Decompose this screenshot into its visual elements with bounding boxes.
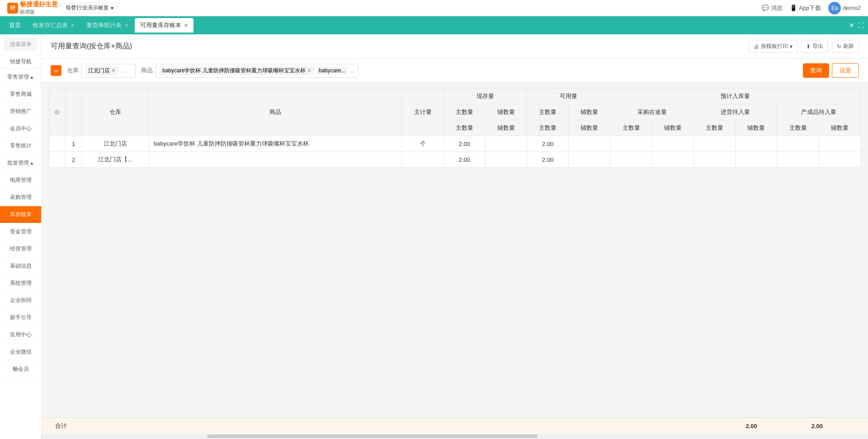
row2-stock-aux [485, 152, 527, 168]
sidebar-item-ecommerce[interactable]: 电商管理 [0, 172, 41, 189]
th-stock-main: 主数量 [443, 104, 485, 120]
logo-icon: 好 [7, 3, 18, 14]
row2-purchase-aux [652, 152, 693, 168]
sidebar-quick-nav[interactable]: 快捷导航 [0, 55, 41, 69]
expand-icon[interactable]: ⛶ [858, 22, 864, 29]
warehouse-tag: 江北门店 ✕ [85, 66, 118, 76]
download-icon: 📱 [790, 5, 797, 11]
summary-stock-main: 2.00 [745, 423, 757, 430]
export-icon: ⬆ [806, 43, 811, 50]
query-button[interactable]: 查询 [803, 63, 829, 78]
scrollbar-thumb[interactable] [207, 434, 538, 438]
th-production-pending: 产成品待入量 [777, 104, 861, 120]
th-incoming-pending: 进货待入量 [694, 104, 777, 120]
search-menu-button[interactable]: 搜索菜单 [4, 38, 38, 51]
row2-settings [49, 152, 66, 168]
row1-available-aux [569, 136, 610, 152]
sidebar-item-member[interactable]: 畅会员 [0, 361, 41, 378]
close-tab-icon[interactable]: ✕ [849, 22, 854, 29]
remove-warehouse-icon[interactable]: ✕ [111, 67, 116, 74]
sidebar-item-wholesale[interactable]: 批发管理 ▲ [0, 155, 41, 172]
sidebar-item-system[interactable]: 系统管理 [0, 275, 41, 292]
row1-stock-main: 2.00 [443, 136, 485, 152]
gear-icon[interactable]: ⚙ [54, 109, 60, 116]
row1-production-main [777, 136, 819, 152]
logo: 好 畅捷通好生意 标准版 [7, 0, 58, 15]
industry-select[interactable]: 母婴行业演示账套 ▾ [61, 3, 118, 13]
remove-product-icon[interactable]: ✕ [307, 67, 311, 74]
main-layout: 搜索菜单 快捷导航 零售管理 ▲ 零售商城 营销推广 会员中心 零售统计 批发管… [0, 34, 868, 439]
chevron-down-icon: ▾ [790, 43, 793, 50]
product-filter: 商品 babycare学饮杯 儿童防摔防撞吸管杯重力球吸嘴杯宝宝水杯 ✕ bab… [141, 64, 359, 78]
th-stock-aux-2: 辅数量 [485, 120, 527, 136]
row1-stock-aux [485, 136, 527, 152]
th-available-aux-2: 辅数量 [569, 120, 610, 136]
sidebar-item-marketing[interactable]: 营销推广 [0, 103, 41, 120]
product-tag: babycare学饮杯 儿童防摔防撞吸管杯重力球吸嘴杯宝宝水杯 ✕ [160, 66, 314, 76]
sidebar-search: 搜索菜单 [0, 34, 41, 55]
top-bar-right: 💬 消息 📱 App下载 Ea demo2 [762, 2, 861, 14]
row2-warehouse: 江北门店【... [82, 152, 149, 168]
messages-button[interactable]: 💬 消息 [762, 4, 783, 12]
sidebar-item-operations[interactable]: 经营管理 [0, 241, 41, 258]
product-input[interactable]: babycare学饮杯 儿童防摔防撞吸管杯重力球吸嘴杯宝宝水杯 ✕ babyca… [156, 64, 359, 78]
tab-available-stock[interactable]: 可用量库存账本 ✕ [135, 18, 193, 33]
print-button[interactable]: 🖨 按模板打印 ▾ [749, 40, 797, 53]
th-forecast-group: 预计入库量 [610, 89, 860, 104]
warehouse-filter: 仓库 江北门店 ✕ ... [67, 64, 136, 78]
expand-button[interactable]: » [51, 65, 61, 76]
sidebar-item-enterprise-wechat[interactable]: 企业微信 [0, 344, 41, 361]
row2-production-aux [819, 152, 860, 168]
row2-unit [402, 152, 443, 168]
close-icon[interactable]: ✕ [71, 23, 75, 28]
filter-actions: 查询 设置 [803, 63, 859, 78]
nav-tabs: 首页 收发存汇总表 ✕ 要货单统计表 ✕ 可用量库存账本 ✕ ✕ ⛶ [0, 16, 868, 34]
sidebar-item-basic-info[interactable]: 基础信息 [0, 258, 41, 275]
warehouse-input[interactable]: 江北门店 ✕ ... [81, 64, 136, 78]
row1-warehouse: 江北门店 [82, 136, 149, 152]
sidebar: 搜索菜单 快捷导航 零售管理 ▲ 零售商城 营销推广 会员中心 零售统计 批发管… [0, 34, 42, 439]
th-purchase-in-transit: 采购在途量 [610, 104, 693, 120]
tab-receive-summary[interactable]: 收发存汇总表 ✕ [27, 18, 80, 33]
sidebar-item-retail-mall[interactable]: 零售商城 [0, 86, 41, 103]
th-production-main: 主数量 [777, 120, 819, 136]
row2-production-main [777, 152, 819, 168]
sidebar-item-new-guide[interactable]: 新手引导 [0, 309, 41, 326]
row1-incoming-main [694, 136, 736, 152]
tab-home[interactable]: 首页 [4, 18, 26, 33]
settings-button[interactable]: 设置 [832, 63, 859, 78]
sidebar-item-retail-management[interactable]: 零售管理 ▲ [0, 69, 41, 86]
sidebar-item-membership[interactable]: 会员中心 [0, 120, 41, 137]
tab-order-stats[interactable]: 要货单统计表 ✕ [81, 18, 134, 33]
avatar: Ea [828, 2, 841, 14]
page-title: 可用量查询(按仓库+商品) [51, 42, 132, 51]
nav-tabs-controls: ✕ ⛶ [849, 22, 864, 29]
sidebar-item-app-center[interactable]: 应用中心 [0, 326, 41, 344]
row2-incoming-main [694, 152, 736, 168]
refresh-button[interactable]: ↻ 刷新 [832, 40, 859, 53]
close-icon[interactable]: ✕ [184, 23, 188, 28]
close-icon[interactable]: ✕ [124, 23, 128, 28]
sidebar-item-retail-stats[interactable]: 零售统计 [0, 137, 41, 155]
row2-stock-main: 2.00 [443, 152, 485, 168]
refresh-icon: ↻ [837, 43, 841, 50]
sidebar-item-enterprise-collab[interactable]: 企业协同 [0, 292, 41, 309]
table-area: ⚙ 仓库 商品 主计量 现存量 可用量 预计入库量 主数量 辅数量 主数量 [42, 83, 868, 417]
sidebar-item-inventory[interactable]: 库存核算 [0, 206, 41, 223]
row2-incoming-aux [736, 152, 777, 168]
row1-purchase-aux [652, 136, 693, 152]
export-button[interactable]: ⬆ 导出 [801, 40, 828, 53]
horizontal-scrollbar[interactable] [42, 434, 868, 439]
row1-index: 1 [66, 136, 82, 152]
th-purchase-aux: 辅数量 [652, 120, 693, 136]
th-settings[interactable]: ⚙ [49, 89, 66, 136]
sidebar-item-finance[interactable]: 资金管理 [0, 223, 41, 241]
page-header: 可用量查询(按仓库+商品) 🖨 按模板打印 ▾ ⬆ 导出 ↻ 刷新 [42, 34, 868, 59]
user-profile[interactable]: Ea demo2 [828, 2, 861, 14]
row1-available-main: 2.00 [527, 136, 569, 152]
sidebar-item-purchase[interactable]: 采购管理 [0, 189, 41, 206]
th-stock-main-2: 主数量 [443, 120, 485, 136]
row2-index: 2 [66, 152, 82, 168]
table-row: 2 江北门店【... 2.00 2.00 [49, 152, 861, 168]
app-download-button[interactable]: 📱 App下载 [790, 4, 821, 12]
